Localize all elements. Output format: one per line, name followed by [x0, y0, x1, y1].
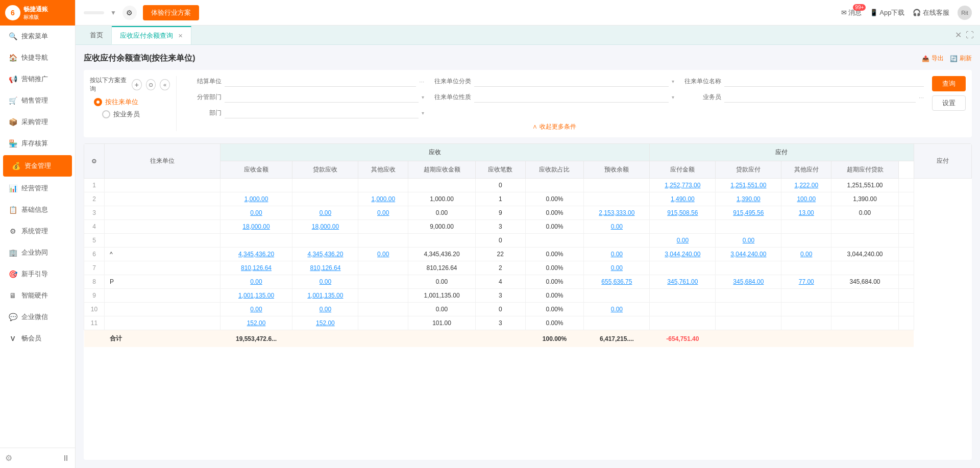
sidebar-item-purchase[interactable]: 📦 采购管理	[0, 111, 75, 133]
table-cell[interactable]: 0.00	[584, 261, 650, 275]
sidebar-item-vip[interactable]: V 畅会员	[0, 328, 75, 349]
table-cell[interactable]: 0.00	[584, 220, 650, 234]
tab-close-icon[interactable]: ✕	[178, 33, 183, 39]
dept-chevron[interactable]: ▾	[422, 110, 424, 116]
table-cell[interactable]: 345,684.00	[716, 275, 781, 289]
app-download-btn[interactable]: 📱 App下载	[870, 8, 904, 17]
salesperson-input[interactable]	[724, 92, 916, 103]
settlement-unit-dots[interactable]: ···	[419, 78, 424, 85]
table-cell[interactable]: 810,126.64	[220, 261, 292, 275]
sidebar-item-search[interactable]: 🔍 搜索菜单	[0, 26, 75, 47]
refresh-btn[interactable]: 🔄 刷新	[950, 54, 972, 63]
table-cell[interactable]: 152.00	[292, 316, 358, 330]
sidebar-item-operation[interactable]: 📊 经营管理	[0, 178, 75, 199]
sidebar-item-smart-hw[interactable]: 🖥 智能硬件	[0, 285, 75, 306]
table-cell[interactable]: 1,222.00	[781, 179, 831, 192]
table-cell[interactable]: 0.00	[584, 248, 650, 261]
table-cell[interactable]: 100.00	[781, 192, 831, 206]
salesperson-dots[interactable]: ···	[919, 94, 924, 101]
table-cell[interactable]: 0.00	[650, 234, 716, 248]
partner-name-input[interactable]	[724, 76, 924, 87]
collapse-btn[interactable]: ∧ 收起更多条件	[532, 122, 576, 131]
table-cell[interactable]: 0.00	[781, 248, 831, 261]
sidebar-collapse-button[interactable]: ⏸	[62, 454, 70, 463]
table-cell[interactable]: 18,000.00	[292, 220, 358, 234]
sidebar-item-marketing[interactable]: 📢 营销推广	[0, 68, 75, 90]
tab-ar-ap[interactable]: 应收应付余额查询 ✕	[112, 26, 191, 44]
sidebar-gear-button[interactable]: ⚙	[5, 453, 12, 463]
partner-nature-input[interactable]	[474, 92, 668, 103]
table-cell[interactable]: 18,000.00	[220, 220, 292, 234]
filter-add-btn[interactable]: +	[132, 79, 142, 90]
filter-option-by-unit[interactable]: 按往来单位	[94, 97, 170, 107]
dept-input[interactable]	[225, 108, 419, 118]
customer-service-btn[interactable]: 🎧 在线客服	[913, 8, 949, 17]
table-cell[interactable]: 1,390.00	[716, 192, 781, 206]
table-cell[interactable]: 0.00	[220, 206, 292, 220]
table-cell[interactable]: 152.00	[220, 316, 292, 330]
table-cell[interactable]: 1,001,135.00	[292, 289, 358, 303]
table-cell[interactable]: 345,761.00	[650, 275, 716, 289]
table-cell[interactable]: 655,636.75	[584, 275, 650, 289]
query-btn[interactable]: 查询	[932, 76, 966, 91]
table-cell[interactable]: 1,000.00	[358, 192, 408, 206]
filter-option-by-staff[interactable]: 按业务员	[94, 110, 170, 119]
settings-button[interactable]: ⚙	[122, 6, 137, 20]
table-cell[interactable]: 1,001,135.00	[220, 289, 292, 303]
table-cell[interactable]: 77.00	[781, 275, 831, 289]
sidebar-item-wechat[interactable]: 💬 企业微信	[0, 306, 75, 328]
settlement-unit-input[interactable]	[225, 76, 416, 87]
table-cell[interactable]: 1,490.00	[650, 192, 716, 206]
table-cell[interactable]: 0.00	[358, 206, 408, 220]
sidebar-item-basic-info[interactable]: 📋 基础信息	[0, 199, 75, 220]
filter-settings-btn[interactable]: ⊙	[146, 79, 156, 90]
table-cell[interactable]: 1,252,773.00	[650, 179, 716, 192]
table-cell[interactable]: 0.00	[292, 206, 358, 220]
table-cell	[584, 289, 650, 303]
user-avatar[interactable]: Rit	[958, 6, 972, 20]
table-cell[interactable]: 3,044,240.00	[716, 248, 781, 261]
table-cell[interactable]: 2,153,333.00	[584, 206, 650, 220]
dept-manager-input[interactable]	[225, 92, 419, 103]
table-cell[interactable]: 915,495.56	[716, 206, 781, 220]
sidebar-item-sys-mgmt[interactable]: ⚙ 系统管理	[0, 220, 75, 242]
sidebar-item-guide[interactable]: 🎯 新手引导	[0, 263, 75, 285]
table-wrapper[interactable]: ⚙ 往来单位 应收 应付 应付 应收金额 贷款应收 其他应收	[84, 143, 972, 460]
table-cell[interactable]: 0.00	[584, 303, 650, 316]
table-cell[interactable]: 915,508.56	[650, 206, 716, 220]
table-cell[interactable]: 1,251,551.00	[716, 179, 781, 192]
table-body: 101,252,773.001,251,551.001,222.001,251,…	[84, 179, 972, 330]
partner-nature-chevron[interactable]: ▾	[672, 94, 674, 100]
partner-category-input[interactable]	[474, 76, 668, 87]
filter-more-btn[interactable]: «	[160, 79, 170, 90]
sidebar-item-finance[interactable]: 💰 资金管理	[3, 155, 72, 177]
table-cell[interactable]: 0.00	[358, 248, 408, 261]
table-cell[interactable]: 3,044,240.00	[650, 248, 716, 261]
table-cell[interactable]: 4,345,436.20	[220, 248, 292, 261]
col-settings: ⚙	[84, 144, 105, 179]
table-cell[interactable]: 4,345,436.20	[292, 248, 358, 261]
tab-home[interactable]: 首页	[82, 27, 112, 44]
table-cell[interactable]: 810,126.64	[292, 261, 358, 275]
table-gear-icon[interactable]: ⚙	[91, 158, 97, 165]
table-cell[interactable]: 0.00	[220, 303, 292, 316]
export-btn[interactable]: 📤 导出	[922, 54, 944, 63]
notification-btn[interactable]: ✉ 消息 99+	[841, 8, 862, 17]
tab-bar-expand-btn[interactable]: ⛶	[966, 31, 974, 40]
table-cell: 4	[84, 220, 105, 234]
table-cell[interactable]: 0.00	[292, 303, 358, 316]
table-cell[interactable]: 0.00	[292, 275, 358, 289]
dept-manager-chevron[interactable]: ▾	[422, 94, 424, 100]
trial-btn[interactable]: 体验行业方案	[143, 5, 199, 20]
table-cell[interactable]: 0.00	[220, 275, 292, 289]
sidebar-item-quick-nav[interactable]: 🏠 快捷导航	[0, 47, 75, 68]
setting-btn[interactable]: 设置	[932, 95, 966, 111]
partner-category-chevron[interactable]: ▾	[672, 79, 674, 84]
table-cell[interactable]: 1,000.00	[220, 192, 292, 206]
sidebar-item-inventory[interactable]: 🏪 库存核算	[0, 133, 75, 154]
sidebar-item-sales[interactable]: 🛒 销售管理	[0, 90, 75, 111]
table-cell[interactable]: 0.00	[716, 234, 781, 248]
sidebar-item-enterprise[interactable]: 🏢 企业协同	[0, 242, 75, 263]
tab-bar-close-btn[interactable]: ✕	[955, 30, 962, 40]
table-cell[interactable]: 13.00	[781, 206, 831, 220]
